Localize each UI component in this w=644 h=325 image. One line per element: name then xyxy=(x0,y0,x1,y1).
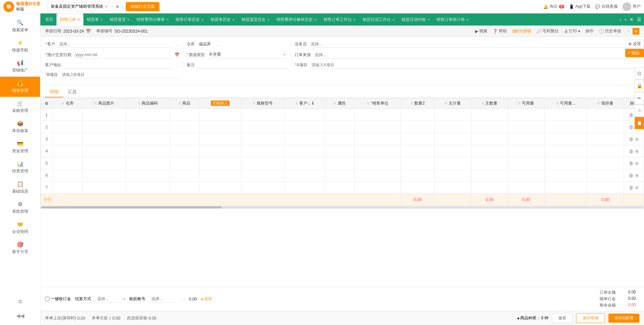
cell-1-6[interactable] xyxy=(241,109,285,121)
cell-6-4[interactable] xyxy=(169,169,199,181)
cell-6-14[interactable] xyxy=(544,169,587,181)
print-btn[interactable]: 🖨 打印 ▾ xyxy=(563,28,581,35)
tab-close-2[interactable]: ✕ xyxy=(100,18,103,22)
tab-close-7[interactable]: ✕ xyxy=(267,18,270,22)
th-settings[interactable]: ⚙ xyxy=(41,98,53,109)
cell-3-8[interactable] xyxy=(325,133,355,145)
tab-item-10[interactable]: 钱货日清工作台✕ xyxy=(359,13,398,26)
cell-6-1[interactable] xyxy=(53,169,83,181)
cell-5-3[interactable] xyxy=(126,157,169,169)
cell-6-9[interactable] xyxy=(355,169,401,181)
add-button[interactable]: ● 添加 xyxy=(201,296,212,302)
cell-2-7[interactable] xyxy=(285,121,325,133)
sidebar-item-6[interactable]: 💳资金管理 xyxy=(0,137,40,157)
cell-5-8[interactable] xyxy=(325,157,355,169)
tab-item-1[interactable]: 销售订单✕ xyxy=(56,13,83,26)
remark-input[interactable] xyxy=(197,62,288,69)
tab-item-7[interactable]: 销货退货历史✕ xyxy=(238,13,273,26)
settings-btn[interactable]: ⚙ 设置 xyxy=(625,40,644,48)
cell-2-3[interactable] xyxy=(126,121,169,133)
cell-2-5[interactable] xyxy=(199,121,241,133)
cell-2-12[interactable] xyxy=(471,121,508,133)
a-project-input[interactable] xyxy=(309,62,639,69)
one-click-check-input[interactable] xyxy=(45,297,49,301)
cell-4-5[interactable] xyxy=(199,145,241,157)
account-input[interactable] xyxy=(149,295,176,302)
cell-6-12[interactable] xyxy=(471,169,508,181)
copy-icon-5[interactable]: ⊕ xyxy=(635,161,639,166)
side-btn-5[interactable]: 📋 xyxy=(635,117,644,129)
payment-method-input[interactable] xyxy=(95,295,122,302)
cell-6-10[interactable] xyxy=(401,169,434,181)
cell-1-1[interactable] xyxy=(53,109,83,121)
cell-5-2[interactable] xyxy=(82,157,126,169)
cell-3-5[interactable] xyxy=(199,133,241,145)
cell-2-13[interactable] xyxy=(508,121,544,133)
app-download-item[interactable]: 📱 App下载 xyxy=(569,4,591,9)
delete-icon-4[interactable]: 🗑 xyxy=(629,149,634,154)
trial-button[interactable]: 体验行业方案 xyxy=(126,2,159,11)
salesman-input[interactable] xyxy=(309,41,633,48)
cell-6-8[interactable] xyxy=(325,169,355,181)
cell-4-11[interactable] xyxy=(434,145,471,157)
sidebar-item-7[interactable]: 📊经营管理 xyxy=(0,157,40,177)
cell-2-9[interactable] xyxy=(355,121,401,133)
cell-4-14[interactable] xyxy=(544,145,587,157)
cell-1-5[interactable] xyxy=(199,109,241,121)
cell-2-14[interactable] xyxy=(544,121,587,133)
sidebar-item-4[interactable]: 🛒采购管理 xyxy=(0,97,40,117)
cell-4-1[interactable] xyxy=(53,145,83,157)
sidebar-item-5[interactable]: 📦库存核算 xyxy=(0,117,40,137)
tab-close-btn[interactable]: ✕ xyxy=(628,17,635,22)
cell-2-6[interactable] xyxy=(241,121,285,133)
table-container[interactable]: ⚙ ⇅ 仓库 ⇅ 商品图片 ⇅ 商品编码 ⇅ 商品 扫码录入 ⇅ 规格型号 ⇅ … xyxy=(40,98,644,287)
cell-1-4[interactable] xyxy=(169,109,199,121)
account-dots-btn[interactable]: … xyxy=(181,297,185,301)
cell-4-13[interactable] xyxy=(508,145,544,157)
copy-icon-6[interactable]: ⊕ xyxy=(635,173,639,178)
shortcut-btn[interactable]: ⌨ 快捷键 xyxy=(511,28,532,35)
tab-close-9[interactable]: ✕ xyxy=(353,18,356,22)
customer-dots-btn[interactable]: … xyxy=(176,42,180,47)
view-btn[interactable]: ▶ 视频 xyxy=(474,28,489,35)
tab-close-10[interactable]: ✕ xyxy=(392,18,395,22)
delete-icon-5[interactable]: 🗑 xyxy=(629,161,634,166)
draft-button[interactable]: 保存草稿 xyxy=(576,313,605,323)
cell-3-12[interactable] xyxy=(471,133,508,145)
side-btn-2[interactable]: 🔒 xyxy=(635,80,644,92)
cell-3-14[interactable] xyxy=(544,133,587,145)
cell-4-15[interactable] xyxy=(587,145,623,157)
delete-icon-2[interactable]: 🗑 xyxy=(629,124,634,130)
order-source-input[interactable] xyxy=(313,51,639,58)
tab-item-4[interactable]: 销售费用分摊单✕ xyxy=(133,13,172,26)
cell-5-7[interactable] xyxy=(285,157,325,169)
system-selector[interactable]: 装备及固定资产辅助管理系统 ▾ xyxy=(47,2,111,11)
tab-item-0[interactable]: 首页 xyxy=(42,13,56,26)
delete-icon-7[interactable]: 🗑 xyxy=(629,185,634,190)
tab-close-11[interactable]: ✕ xyxy=(427,18,430,22)
cell-1-8[interactable] xyxy=(325,109,355,121)
tab-prev-btn[interactable]: ‹ xyxy=(618,17,623,22)
sidebar-item-3[interactable]: 💰销售管理 xyxy=(0,77,40,97)
scroll-thumb[interactable] xyxy=(41,206,222,208)
cell-7-2[interactable] xyxy=(82,181,126,194)
cell-2-11[interactable] xyxy=(434,121,471,133)
tab-item-2[interactable]: 销货单✕ xyxy=(83,13,106,26)
cell-4-10[interactable] xyxy=(401,145,434,157)
delete-icon-6[interactable]: 🗑 xyxy=(629,173,634,178)
cell-3-10[interactable] xyxy=(401,133,434,145)
cell-2-15[interactable] xyxy=(587,121,623,133)
sidebar-item-9[interactable]: ⚙系统管理 xyxy=(0,198,40,218)
cell-3-11[interactable] xyxy=(434,133,471,145)
cell-6-13[interactable] xyxy=(508,169,544,181)
cell-3-13[interactable] xyxy=(508,133,544,145)
cell-7-1[interactable] xyxy=(53,181,83,194)
save-button[interactable]: 保存&新增 xyxy=(608,314,639,323)
sidebar-item-0[interactable]: 🔍搜索菜单 xyxy=(0,16,40,36)
cell-5-4[interactable] xyxy=(169,157,199,169)
cell-4-8[interactable] xyxy=(325,145,355,157)
cell-5-6[interactable] xyxy=(241,157,285,169)
address-input[interactable] xyxy=(63,62,173,69)
cell-7-6[interactable] xyxy=(241,181,285,194)
cell-1-15[interactable] xyxy=(587,109,623,121)
